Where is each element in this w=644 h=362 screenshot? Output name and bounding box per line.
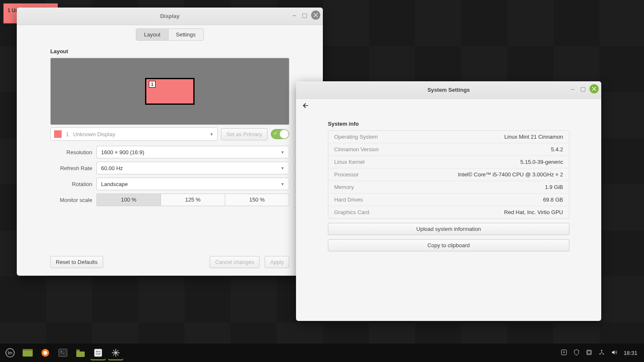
display-enable-toggle[interactable]: ✓ — [271, 129, 289, 139]
chevron-down-icon: ▼ — [280, 166, 285, 171]
refresh-rate-label: Refresh Rate — [50, 165, 92, 171]
display-picker[interactable]: 1 Unknown Display ▼ — [50, 127, 218, 141]
minimize-button[interactable]: – — [291, 12, 298, 18]
close-button[interactable] — [311, 10, 320, 20]
info-row: Graphics CardRed Hat, Inc. Virtio GPU — [328, 206, 569, 218]
monitor-1-index: 1 — [149, 81, 156, 88]
svg-rect-3 — [23, 349, 33, 351]
reset-to-defaults-button[interactable]: Reset to Defaults — [50, 256, 103, 268]
system-info-table: Operating SystemLinux Mint 21 CinnamonCi… — [328, 130, 569, 219]
display-titlebar[interactable]: Display – ▢ — [17, 8, 323, 25]
chevron-down-icon: ▼ — [280, 150, 285, 155]
monitor-arrangement-area[interactable]: 1 — [50, 58, 289, 125]
info-value: Linux Mint 21 Cinnamon — [504, 134, 563, 140]
check-icon: ✓ — [273, 130, 278, 136]
tray-clock[interactable]: 18:31 — [623, 350, 637, 356]
minimize-button[interactable]: – — [569, 85, 576, 92]
maximize-button[interactable]: ▢ — [579, 85, 586, 92]
svg-point-11 — [99, 353, 100, 355]
display-picker-number: 1 — [66, 131, 69, 137]
set-as-primary-button[interactable]: Set as Primary — [221, 128, 267, 140]
info-value: Red Hat, Inc. Virtio GPU — [504, 209, 563, 215]
info-row: Hard Drives69.8 GB — [328, 193, 569, 206]
monitor-scale-segmented: 100 % 125 % 150 % — [96, 194, 289, 206]
info-key: Memory — [334, 184, 354, 190]
upload-system-info-button[interactable]: Upload system information — [328, 223, 569, 235]
tab-settings[interactable]: Settings — [168, 29, 203, 40]
taskbar-firefox[interactable] — [38, 345, 53, 360]
info-value: 69.8 GB — [543, 197, 563, 203]
svg-point-15 — [601, 350, 602, 351]
info-row: Operating SystemLinux Mint 21 Cinnamon — [328, 131, 569, 143]
rotation-label: Rotation — [50, 181, 92, 187]
info-key: Graphics Card — [334, 209, 369, 215]
info-row: Memory1.9 GiB — [328, 181, 569, 193]
monitor-scale-label: Monitor scale — [50, 197, 92, 203]
info-row: Cinnamon Version5.4.2 — [328, 143, 569, 155]
show-desktop-button[interactable] — [20, 345, 35, 360]
scale-option-125[interactable]: 125 % — [161, 194, 225, 206]
maximize-button[interactable]: ▢ — [301, 12, 308, 18]
display-color-swatch — [54, 130, 62, 138]
info-key: Cinnamon Version — [334, 146, 379, 153]
cancel-changes-button[interactable]: Cancel changes — [210, 256, 260, 268]
display-title: Display — [160, 13, 179, 19]
tray-shield-icon[interactable] — [573, 349, 580, 357]
monitor-1-box[interactable]: 1 — [145, 78, 195, 105]
arrow-left-icon — [302, 102, 309, 109]
info-key: Operating System — [334, 134, 378, 140]
taskbar-system-settings[interactable] — [91, 345, 106, 360]
resolution-label: Resolution — [50, 149, 92, 155]
info-key: Processor — [334, 171, 359, 178]
system-tray: 18:31 — [561, 349, 641, 357]
svg-text:lm: lm — [8, 351, 13, 355]
svg-point-5 — [43, 351, 47, 354]
back-button[interactable] — [302, 102, 309, 111]
info-row: ProcessorIntel© Core™ i5-7400 CPU @ 3.00… — [328, 168, 569, 181]
system-settings-window: System Settings – ▢ System info Operatin… — [296, 81, 601, 321]
info-value: 1.9 GiB — [545, 184, 563, 190]
sysinfo-titlebar[interactable]: System Settings – ▢ — [296, 81, 601, 99]
sysinfo-section-title: System info — [328, 121, 569, 127]
chevron-down-icon: ▼ — [280, 182, 285, 186]
svg-rect-13 — [587, 350, 592, 354]
copy-to-clipboard-button[interactable]: Copy to clipboard — [328, 239, 569, 251]
taskbar-files[interactable] — [73, 345, 88, 360]
svg-point-10 — [96, 351, 98, 352]
info-row: Linux Kernel5.15.0-39-generic — [328, 155, 569, 168]
rotation-combo[interactable]: Landscape ▼ — [96, 178, 289, 190]
tray-network-icon[interactable] — [598, 349, 605, 357]
svg-rect-9 — [94, 349, 102, 357]
info-value: Intel© Core™ i5-7400 CPU @ 3.00GHz × 2 — [458, 171, 563, 178]
tray-drive-icon[interactable] — [586, 349, 592, 357]
chevron-down-icon: ▼ — [210, 132, 214, 137]
tray-volume-icon[interactable] — [611, 349, 618, 357]
info-key: Hard Drives — [334, 197, 363, 203]
close-button[interactable] — [589, 84, 599, 93]
info-key: Linux Kernel — [334, 159, 364, 165]
taskbar-terminal[interactable]: >_ — [55, 345, 70, 360]
tab-layout[interactable]: Layout — [136, 29, 168, 40]
refresh-rate-combo[interactable]: 60.00 Hz ▼ — [96, 162, 289, 174]
start-menu-button[interactable]: lm — [3, 345, 18, 360]
svg-rect-8 — [76, 349, 80, 351]
info-value: 5.15.0-39-generic — [520, 159, 563, 165]
scale-option-150[interactable]: 150 % — [225, 194, 289, 206]
svg-text:>_: >_ — [60, 350, 65, 354]
apply-button[interactable]: Apply — [265, 256, 289, 268]
svg-rect-14 — [588, 351, 591, 354]
display-picker-name: Unknown Display — [73, 131, 115, 137]
resolution-combo[interactable]: 1600 × 900 (16:9) ▼ — [96, 146, 289, 158]
taskbar-display[interactable] — [108, 345, 123, 360]
display-tabs: Layout Settings — [136, 28, 203, 41]
scale-option-100[interactable]: 100 % — [96, 194, 161, 206]
display-window: Display – ▢ Layout Settings Layout 1 1 U… — [17, 8, 323, 276]
tray-updates-icon[interactable] — [561, 349, 567, 357]
layout-section-title: Layout — [50, 48, 289, 54]
sysinfo-title: System Settings — [427, 87, 470, 93]
taskbar: lm >_ 18:31 — [0, 344, 644, 362]
info-value: 5.4.2 — [551, 146, 563, 153]
